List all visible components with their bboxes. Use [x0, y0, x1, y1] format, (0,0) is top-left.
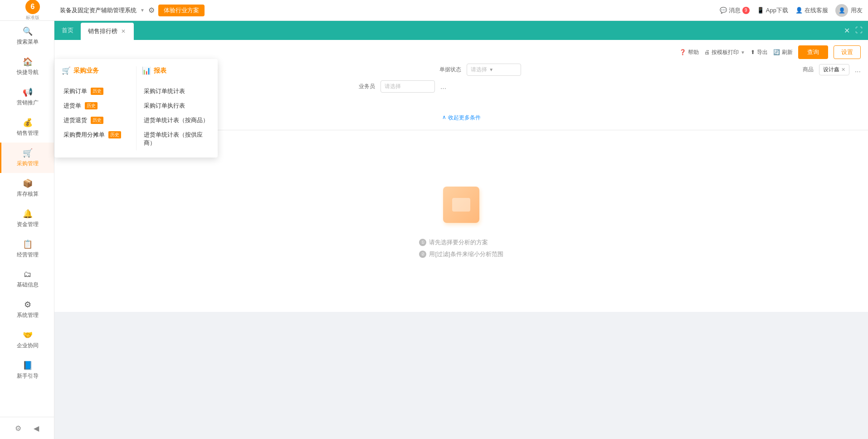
sidebar-bottom: ⚙ ◀	[0, 417, 54, 439]
purchase-col2: 📊 报表 采购订单统计表 采购订单执行表 进货单统计表（按商品） 进货单统计表（…	[142, 66, 211, 150]
query-btn[interactable]: 查询	[798, 45, 828, 59]
tab-bar-end: ✕ ⛶	[842, 25, 868, 37]
online-service-btn[interactable]: 👤 在线客服	[795, 6, 828, 15]
sidebar-item-operation[interactable]: 📋 经营管理	[0, 234, 54, 264]
dropdown-divider	[136, 66, 137, 150]
sidebar-label-inventory: 库存核算	[17, 190, 39, 198]
export-icon: ⬆	[751, 49, 755, 55]
sales-icon: 💰	[23, 118, 33, 128]
purchase-icon: 🛒	[23, 148, 33, 158]
sidebar-item-search[interactable]: 🔍 搜索菜单	[0, 21, 54, 51]
sidebar-item-purchase[interactable]: 🛒 采购管理	[0, 143, 54, 173]
goods-tag-close[interactable]: ✕	[841, 67, 845, 73]
export-btn[interactable]: ⬆ 导出	[751, 49, 768, 56]
logo-area: 6 标准版	[5, 0, 60, 21]
hint-num-1: ①	[419, 239, 426, 246]
logo-subtitle: 标准版	[26, 15, 39, 21]
sidebar-label-guide: 新手引导	[17, 372, 39, 380]
salesman-more-btn[interactable]: ...	[440, 83, 446, 91]
search-icon: 🔍	[23, 26, 33, 36]
header-system-name: 装备及固定资产辅助管理系统 ▼ ⚙ 体验行业方案	[60, 5, 720, 16]
sidebar-item-inventory[interactable]: 📦 库存核算	[0, 173, 54, 203]
collapse-icon: ∧	[442, 114, 446, 122]
purchase-expense-history-badge: 历史	[108, 131, 121, 138]
goods-tag[interactable]: 设计鑫 ✕	[819, 64, 849, 75]
sidebar-item-sales[interactable]: 💰 销售管理	[0, 112, 54, 143]
menu-item-po-stat[interactable]: 采购订单统计表	[142, 84, 211, 99]
sidebar-label-base: 基础信息	[17, 281, 39, 289]
inbound-stat-goods-label: 进货单统计表（按商品）	[144, 116, 209, 124]
sidebar-item-quick[interactable]: 🏠 快捷导航	[0, 51, 54, 82]
tab-close-icon[interactable]: ✕	[120, 28, 127, 35]
message-icon: 💬	[720, 7, 727, 14]
print-icon: 🖨	[704, 49, 710, 55]
inventory-icon: 📦	[23, 178, 33, 188]
sidebar-item-corp[interactable]: 🤝 企业协同	[0, 325, 54, 355]
refresh-btn[interactable]: 🔄 刷新	[773, 49, 793, 56]
message-btn[interactable]: 💬 消息 9	[720, 6, 750, 15]
sidebar-item-system[interactable]: ⚙ 系统管理	[0, 294, 54, 325]
user-label: 用友	[851, 6, 863, 15]
voucher-status-select[interactable]: 请选择 ▼	[467, 64, 521, 76]
logo-icon: 6	[25, 0, 40, 14]
service-icon: 👤	[795, 7, 803, 14]
print-btn[interactable]: 🖨 按模板打印 ▼	[704, 49, 745, 56]
voucher-status-label: 单据状态	[439, 66, 461, 74]
empty-hints: ① 请先选择要分析的方案 ② 用[过滤]条件来缩小分析范围	[419, 237, 503, 260]
hint-text-2: 用[过滤]条件来缩小分析范围	[429, 248, 503, 260]
menu-item-inbound-return[interactable]: 进货退货 历史	[62, 113, 131, 128]
tab-sales-rank[interactable]: 销售排行榜 ✕	[81, 23, 134, 40]
header-actions: 💬 消息 9 📱 App下载 👤 在线客服 👤 用友	[720, 4, 863, 17]
goods-more-btn[interactable]: ...	[855, 66, 861, 74]
filter-toolbar: ❓ 帮助 🖨 按模板打印 ▼ ⬆ 导出 🔄 刷新	[62, 45, 861, 59]
salesman-select[interactable]: 请选择	[380, 80, 435, 93]
empty-hint-1: ① 请先选择要分析的方案	[419, 237, 503, 248]
sidebar-label-purchase: 采购管理	[17, 160, 39, 168]
hint-num-2: ②	[419, 251, 426, 258]
menu-item-inbound-stat-supplier[interactable]: 进货单统计表（按供应商）	[142, 128, 211, 150]
empty-box-icon	[443, 187, 479, 223]
menu-item-po-exec[interactable]: 采购订单执行表	[142, 99, 211, 113]
po-stat-label: 采购订单统计表	[144, 87, 185, 95]
menu-item-purchase-order[interactable]: 采购订单 历史	[62, 84, 131, 99]
user-avatar-area[interactable]: 👤 用友	[835, 4, 863, 17]
refresh-label: 刷新	[782, 49, 793, 56]
print-label: 按模板打印	[712, 49, 739, 56]
home-icon: 🏠	[23, 57, 33, 67]
salesman-placeholder: 请选择	[385, 83, 401, 90]
avatar-icon: 👤	[839, 7, 845, 14]
empty-illustration	[434, 182, 488, 227]
menu-item-inbound-stat-goods[interactable]: 进货单统计表（按商品）	[142, 113, 211, 128]
inbound-stat-supplier-label: 进货单统计表（按供应商）	[144, 131, 209, 147]
sidebar-item-base[interactable]: 🗂 基础信息	[0, 264, 54, 294]
system-settings-icon[interactable]: ⚙	[148, 6, 155, 15]
sidebar-label-system: 系统管理	[17, 311, 39, 319]
sidebar-label-sales: 销售管理	[17, 129, 39, 137]
industry-btn[interactable]: 体验行业方案	[158, 5, 205, 16]
operation-icon: 📋	[23, 239, 33, 249]
system-icon: ⚙	[24, 300, 31, 310]
sidebar-label-finance: 资金管理	[17, 221, 39, 228]
purchase-col1: 🛒 采购业务 采购订单 历史 进货单 历史 进货退货 历史 采购费用分摊单 历史	[62, 66, 131, 150]
logo-text: 6	[31, 3, 35, 11]
menu-item-purchase-expense[interactable]: 采购费用分摊单 历史	[62, 128, 131, 142]
salesman-label: 业务员	[359, 83, 375, 90]
menu-item-inbound[interactable]: 进货单 历史	[62, 99, 131, 113]
base-icon: 🗂	[24, 270, 32, 279]
finance-icon: 🔔	[23, 209, 33, 219]
sidebar-item-guide[interactable]: 📘 新手引导	[0, 355, 54, 385]
settings-btn[interactable]: 设置	[834, 45, 861, 59]
sidebar-collapse-btn[interactable]: ◀	[29, 421, 44, 435]
inbound-return-history-badge: 历史	[91, 117, 103, 124]
sidebar-item-finance[interactable]: 🔔 资金管理	[0, 203, 54, 234]
sidebar-settings-btn[interactable]: ⚙	[11, 421, 25, 435]
purchase-order-history-badge: 历史	[91, 88, 103, 95]
sidebar-item-marketing[interactable]: 📢 营销推广	[0, 82, 54, 112]
app-download-btn[interactable]: 📱 App下载	[757, 6, 788, 15]
tab-maximize-btn[interactable]: ⛶	[853, 25, 864, 36]
tab-home[interactable]: 首页	[54, 22, 81, 39]
help-btn[interactable]: ❓ 帮助	[679, 49, 699, 56]
tab-close-window-btn[interactable]: ✕	[842, 25, 852, 37]
system-name-chevron[interactable]: ▼	[140, 8, 145, 13]
col1-icon: 🛒	[62, 66, 71, 75]
